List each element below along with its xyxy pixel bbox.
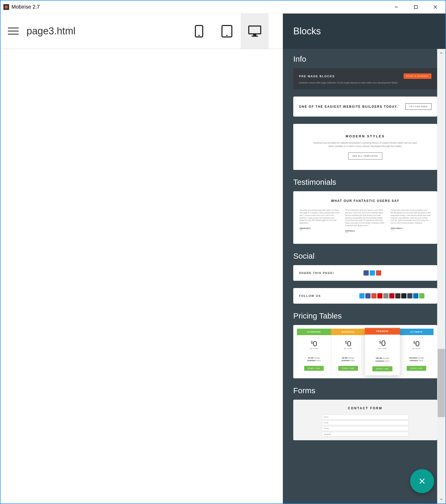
form-field: Email bbox=[322, 420, 409, 425]
testimonial-item: "First of all hands off to you guys for … bbox=[345, 209, 385, 233]
social-icon bbox=[370, 270, 375, 276]
testimonial-item: "At first view, looks like a nice innova… bbox=[391, 209, 431, 233]
maximize-button[interactable] bbox=[406, 1, 425, 14]
social-icon bbox=[377, 293, 383, 298]
blocks-panel: Blocks Info PRE MADE BLOCKS START A JOUR… bbox=[283, 14, 445, 503]
svg-point-9 bbox=[226, 35, 227, 36]
testimonial-sub: User bbox=[391, 229, 431, 231]
scroll-thumb[interactable] bbox=[438, 349, 445, 417]
social-icon bbox=[376, 270, 381, 276]
titlebar: Mobirise 2.7 bbox=[1, 1, 445, 14]
pricing-plan: PREMIUM$0per month100 GB StorageUnlimite… bbox=[365, 328, 400, 375]
plan-period: per month bbox=[299, 348, 329, 349]
plan-button: DEMO LINK bbox=[372, 366, 392, 371]
plan-name: PREMIUM bbox=[365, 328, 400, 335]
panel-body[interactable]: Info PRE MADE BLOCKS START A JOURNEY Mob… bbox=[283, 49, 437, 503]
plan-features: 32 GB StorageUnlimited Users bbox=[299, 357, 329, 362]
device-tablet-button[interactable] bbox=[213, 14, 241, 49]
info1-button: START A JOURNEY bbox=[404, 73, 431, 79]
plan-price: $0 bbox=[401, 339, 432, 348]
section-social-title: Social bbox=[293, 252, 437, 260]
plan-period: per month bbox=[367, 347, 398, 349]
plan-price: $0 bbox=[367, 339, 398, 348]
svg-rect-12 bbox=[252, 36, 258, 37]
pricing-plan: BUSINESS$0per month80 GB StorageUnlimite… bbox=[331, 329, 365, 375]
plan-features: 80 GB StorageUnlimited Users bbox=[333, 357, 363, 362]
menu-icon[interactable] bbox=[8, 26, 19, 37]
form-field: Name bbox=[322, 415, 409, 419]
block-contact-form[interactable]: CONTACT FORM NameEmailPhoneMessage bbox=[293, 400, 437, 440]
block-social-share[interactable]: SHARE THIS PAGE! bbox=[293, 265, 437, 281]
info3-button: SEE ALL TEMPLATES bbox=[348, 152, 383, 160]
plan-price: $0 bbox=[333, 339, 363, 348]
plan-button: DEMO LINK bbox=[338, 366, 358, 371]
block-social-follow[interactable]: FOLLOW US bbox=[293, 288, 437, 304]
block-pricing[interactable]: STANDARD$0per month32 GB StorageUnlimite… bbox=[293, 325, 437, 378]
minimize-button[interactable] bbox=[386, 1, 406, 14]
form-field: Phone bbox=[322, 426, 409, 431]
social-icon bbox=[359, 293, 365, 298]
info3-text: Mobirise has provided for website develo… bbox=[313, 141, 417, 148]
testimonial-quote: "At first view, looks like a nice innova… bbox=[391, 209, 431, 224]
contact-heading: CONTACT FORM bbox=[298, 406, 432, 410]
testimonial-sub: User bbox=[300, 229, 340, 231]
section-pricing-title: Pricing Tables bbox=[293, 311, 437, 320]
plan-button: DEMO LINK bbox=[304, 366, 324, 371]
plan-period: per month bbox=[401, 348, 432, 349]
form-field: Message bbox=[322, 432, 409, 437]
testimonial-quote: "First of all hands off to you guys for … bbox=[345, 209, 385, 227]
follow-label: FOLLOW US bbox=[299, 294, 321, 297]
plan-button: DEMO LINK bbox=[407, 366, 426, 371]
plan-name: BUSINESS bbox=[331, 329, 365, 335]
testimonial-quote: "Its really very amazing app that makes … bbox=[300, 209, 340, 224]
social-icon bbox=[395, 293, 400, 298]
info2-button: TRY FOR FREE bbox=[405, 103, 431, 110]
social-icon bbox=[389, 293, 394, 298]
svg-point-1 bbox=[5, 5, 8, 9]
plan-price: $0 bbox=[299, 339, 329, 348]
block-info-2[interactable]: ONE OF THE EASIEST WEBSITE BUILDERS TODA… bbox=[293, 97, 437, 117]
canvas[interactable] bbox=[1, 49, 283, 503]
testimonial-sub: User bbox=[345, 232, 385, 233]
device-preview-group bbox=[185, 14, 269, 49]
section-info-title: Info bbox=[293, 55, 437, 63]
social-icon bbox=[365, 293, 371, 298]
info1-heading: PRE MADE BLOCKS bbox=[299, 75, 335, 78]
close-panel-button[interactable] bbox=[410, 469, 434, 493]
social-icon bbox=[371, 293, 377, 298]
testi-heading: WHAT OUR FANTASTIC USERS SAY bbox=[300, 199, 431, 203]
app-title: Mobirise 2.7 bbox=[11, 4, 40, 10]
info3-heading: MODERN STYLES bbox=[300, 134, 430, 138]
testimonial-author: ABANOUB S. bbox=[300, 227, 340, 229]
app-icon bbox=[3, 4, 9, 10]
social-icon bbox=[419, 293, 424, 298]
page-name[interactable]: page3.html bbox=[27, 25, 75, 37]
app-window: Mobirise 2.7 page3.html Blocks bbox=[0, 0, 446, 504]
social-icon bbox=[407, 293, 412, 298]
block-info-1[interactable]: PRE MADE BLOCKS START A JOURNEY Mobirise… bbox=[293, 68, 437, 89]
block-info-3[interactable]: MODERN STYLES Mobirise has provided for … bbox=[293, 124, 437, 170]
pricing-plan: STANDARD$0per month32 GB StorageUnlimite… bbox=[297, 329, 331, 375]
panel-scrollbar[interactable] bbox=[437, 49, 445, 503]
scroll-up-icon[interactable] bbox=[437, 49, 445, 57]
testimonial-author: JHOLLMAN C. bbox=[391, 227, 431, 229]
device-desktop-button[interactable] bbox=[241, 14, 269, 49]
plan-period: per month bbox=[333, 348, 363, 349]
testimonial-author: SUFFIAN A. bbox=[345, 230, 385, 232]
panel-header: Blocks bbox=[283, 14, 445, 49]
svg-rect-11 bbox=[253, 34, 256, 36]
plan-name: ULTIMATE bbox=[399, 329, 434, 335]
section-testimonials-title: Testimonials bbox=[293, 178, 437, 187]
plan-features: 100 GB StorageUnlimited Users bbox=[367, 357, 398, 362]
scroll-down-icon[interactable] bbox=[437, 495, 445, 503]
close-button[interactable] bbox=[425, 1, 445, 14]
section-forms-title: Forms bbox=[293, 386, 437, 395]
plan-features: Unlimited StorageUnlimited Users bbox=[401, 357, 432, 362]
social-icon bbox=[364, 270, 369, 276]
social-icon bbox=[401, 293, 406, 298]
pricing-plan: ULTIMATE$0per monthUnlimited StorageUnli… bbox=[399, 329, 434, 375]
svg-point-7 bbox=[198, 35, 200, 36]
info1-subtext: Mobirise comes with huge collection of p… bbox=[299, 81, 431, 84]
device-phone-button[interactable] bbox=[185, 14, 213, 49]
block-testimonials[interactable]: WHAT OUR FANTASTIC USERS SAY "Its really… bbox=[293, 191, 437, 244]
